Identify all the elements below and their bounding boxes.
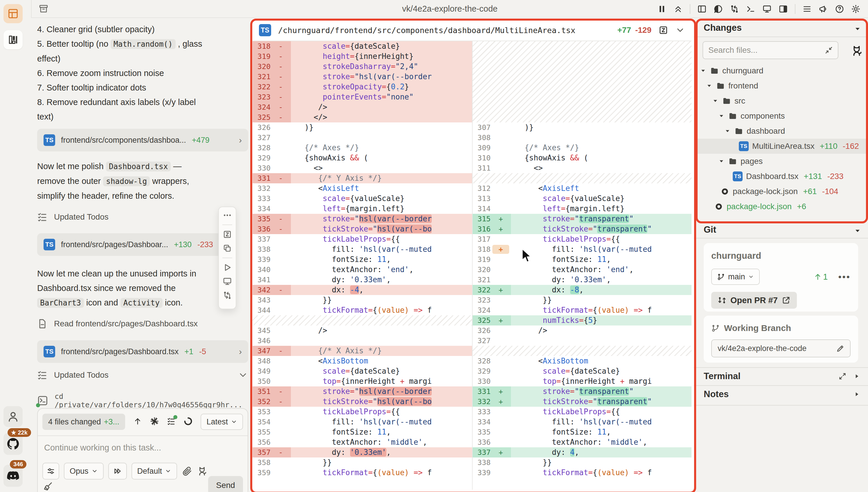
folder-icon [716, 81, 725, 90]
diff-view-icon[interactable] [222, 230, 232, 239]
tree-file-package-lock.json[interactable]: package-lock.json+6 [695, 199, 867, 214]
discord-count-badge: 346 [10, 460, 26, 468]
tree-file-Dashboard.tsx[interactable]: TSDashboard.tsx+131-233 [695, 169, 867, 184]
chevron-down-icon[interactable] [675, 25, 685, 35]
version-dropdown[interactable]: Latest [201, 414, 243, 430]
removed-count: -5 [199, 347, 206, 356]
code-text: {/* X Axis */} [291, 346, 472, 356]
code-text: tickLabelProps={{ [291, 234, 472, 244]
diff-line: 343 }} [253, 295, 472, 305]
file-chip-multilinearea[interactable]: TS frontend/src/components/dashboa... +4… [37, 129, 248, 151]
chat-bubble-icon[interactable] [713, 4, 723, 14]
code-text: fill: 'hsl(var(--muted [511, 244, 691, 254]
tree-folder-frontend[interactable]: frontend [695, 78, 867, 93]
updated-todos-row[interactable]: Updated Todos [37, 212, 248, 222]
megaphone-icon[interactable] [819, 4, 828, 14]
model-dropdown[interactable]: Opus [64, 463, 103, 479]
add-comment-button[interactable]: + [492, 245, 509, 254]
working-branch-field[interactable] [711, 339, 850, 358]
panel-left-icon[interactable] [697, 4, 707, 14]
broom-icon[interactable] [43, 481, 53, 492]
terminal-icon[interactable] [746, 4, 755, 14]
pause-icon[interactable] [657, 4, 666, 14]
diff-sign [491, 325, 511, 336]
account-button[interactable] [3, 406, 23, 427]
diff-view-icon[interactable] [658, 25, 668, 35]
divider [690, 4, 690, 14]
search-input[interactable] [708, 45, 821, 55]
code-text: top={innerHeight + margi [511, 376, 691, 387]
burst-icon[interactable] [150, 417, 159, 427]
diff-line: 337 tickLabelProps={{ [253, 234, 472, 244]
git-compare-icon[interactable] [730, 4, 739, 14]
fast-forward-button[interactable] [108, 463, 127, 479]
mode-dropdown[interactable]: Default [132, 463, 178, 479]
line-number: 334 [473, 417, 491, 427]
working-branch-input[interactable] [717, 344, 836, 353]
diff-sign: - [271, 41, 291, 51]
caret-right-icon[interactable] [853, 391, 861, 398]
send-button[interactable]: Send [208, 476, 243, 492]
tree-file-MultiLineArea.tsx[interactable]: TSMultiLineArea.tsx+110-162 [695, 139, 867, 154]
line-number: 343 [253, 295, 271, 305]
monitor-icon[interactable] [762, 4, 772, 14]
collapse-caret-icon[interactable] [853, 25, 862, 33]
settings-sliders-button[interactable] [42, 463, 59, 479]
divider [694, 36, 868, 37]
settings-gear-icon[interactable] [851, 4, 861, 14]
caret-right-icon[interactable] [853, 372, 861, 380]
file-chip-dashboard[interactable]: TS frontend/src/pages/Dashboard.tsx +1 -… [37, 340, 248, 363]
more-options-icon[interactable] [222, 211, 232, 220]
menu-icon[interactable] [802, 4, 812, 14]
collapse-caret-icon[interactable] [853, 227, 862, 235]
cat-icon[interactable] [850, 45, 863, 57]
read-file-row[interactable]: Read frontend/src/pages/Dashboard.tsx [37, 319, 248, 329]
more-options-icon[interactable]: ••• [838, 272, 850, 282]
tree-folder-dashboard[interactable]: dashboard [695, 124, 867, 139]
updated-todos-row-2[interactable]: Updated Todos [37, 370, 248, 380]
code-text: stroke="transparent" [511, 214, 691, 224]
git-compare-icon[interactable] [222, 291, 232, 300]
file-chip-dashboard-truncated[interactable]: TS frontend/src/pages/Dashboar... +130 -… [37, 233, 229, 256]
files-changed-chip[interactable]: 4 files changed +3... [42, 414, 125, 430]
code-text: textAnchor: 'end', [511, 265, 691, 275]
arrow-up-icon[interactable] [133, 417, 142, 427]
notes-section-title: Notes [704, 389, 729, 399]
diff-sign [271, 194, 291, 204]
code-text: stroke="hsl(var(--border [291, 72, 472, 82]
workspace-layout-button[interactable] [3, 4, 23, 23]
monitor-icon[interactable] [222, 277, 232, 286]
folder-icon [710, 67, 719, 75]
open-pr-button[interactable]: Open PR #7 [711, 292, 797, 309]
tree-folder-src[interactable]: src [695, 93, 867, 108]
tree-folder-churnguard[interactable]: churnguard [695, 63, 867, 78]
terminal-command-row[interactable]: cd /private/var/folders/10/h7w0q46556ggr… [37, 392, 248, 409]
panel-right-icon[interactable] [779, 4, 788, 14]
collapse-tree-icon[interactable] [824, 46, 833, 54]
terminal-section-row[interactable]: Terminal [694, 367, 868, 385]
pencil-icon[interactable] [836, 344, 845, 353]
assistant-paragraph-polish: Now let me polish Dashboard.tsx —remove … [37, 159, 248, 203]
diff-line: 341 dy: '0.33em', [253, 275, 472, 285]
diff-panel: TS /churnguard/frontend/src/components/d… [250, 18, 694, 492]
play-icon[interactable] [222, 263, 232, 272]
line-number: 349 [253, 366, 271, 376]
notes-section-row[interactable]: Notes [694, 385, 868, 403]
composer-input[interactable]: Continue working on this task... [44, 443, 161, 452]
working-branch-card: Working Branch [704, 316, 858, 363]
copy-icon[interactable] [222, 244, 232, 253]
collapse-up-icon[interactable] [674, 4, 683, 14]
todo-checklist-icon[interactable] [167, 417, 175, 427]
tree-folder-components[interactable]: components [695, 108, 867, 124]
file-search[interactable] [703, 41, 838, 59]
tree-file-package-lock.json[interactable]: package-lock.json+61-104 [695, 184, 867, 199]
help-icon[interactable] [835, 4, 844, 14]
chevron-down-icon[interactable] [238, 370, 248, 380]
board-columns-button[interactable] [3, 30, 23, 49]
branch-dropdown[interactable]: main [711, 269, 760, 285]
cat-icon[interactable] [197, 466, 207, 476]
archive-box-icon[interactable] [39, 4, 48, 14]
tree-folder-pages[interactable]: pages [695, 154, 867, 169]
attachment-paperclip-icon[interactable] [182, 466, 192, 476]
expand-icon[interactable] [838, 372, 846, 380]
